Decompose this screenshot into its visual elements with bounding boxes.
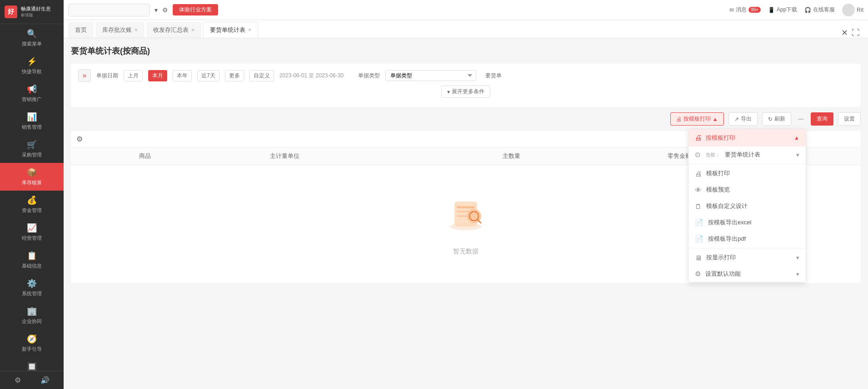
date-7days-btn[interactable]: 近7天 (197, 70, 219, 81)
export-excel-icon: 📄 (695, 218, 703, 227)
sidebar-item-apps[interactable]: 🔲 应用中心 (0, 357, 64, 371)
sidebar-label-search: 搜索菜单 (22, 40, 42, 47)
dropdown-export-pdf[interactable]: 📄 按模板导出pdf (688, 231, 806, 247)
sidebar: 好 畅康通好生意 标准版 🔍 搜索菜单 ⚡ 快捷导航 📢 营销推广 📊 销售管理… (0, 0, 64, 389)
headset-icon: 🎧 (804, 7, 811, 13)
settings-bottom-icon[interactable]: ⚙ (15, 376, 21, 384)
export-excel-label: 按模板导出excel (708, 218, 751, 227)
message-icon: ✉ (729, 7, 734, 13)
tab-inventory-batch-close[interactable]: × (135, 27, 138, 33)
type-select[interactable]: 单据类型 (385, 70, 476, 81)
sidebar-item-search[interactable]: 🔍 搜索菜单 (0, 24, 64, 52)
messages-button[interactable]: ✉ 消息 99+ (729, 6, 761, 14)
tab-order-stats[interactable]: 要货单统计表 × (203, 22, 258, 38)
quick-nav-icon: ⚡ (27, 56, 37, 66)
tab-inventory-batch[interactable]: 库存批次账 × (95, 22, 145, 38)
tab-receipt-summary-close[interactable]: × (191, 27, 195, 33)
dropdown-current-prefix: 当前： (705, 152, 720, 158)
dropdown-template-design[interactable]: 🗒 模板自定义设计 (688, 198, 806, 214)
tab-bar: 首页 库存批次账 × 收发存汇总表 × 要货单统计表 × ✕ ⛶ (64, 20, 868, 38)
sidebar-item-marketing[interactable]: 📢 营销推广 (0, 80, 64, 107)
sidebar-item-inventory[interactable]: 📦 库存核算 (0, 163, 64, 191)
set-default-icon: ⚙ (695, 270, 701, 278)
dropdown-collapse-icon[interactable]: ▲ (794, 135, 799, 141)
topbar-gear-icon[interactable]: ⚙ (162, 6, 168, 14)
date-custom-btn[interactable]: 自定义 (249, 70, 274, 81)
sidebar-item-operations[interactable]: 📈 经营管理 (0, 218, 64, 246)
date-last-month-btn[interactable]: 上月 (124, 70, 143, 81)
template-print-icon: 🖨 (695, 170, 702, 177)
sidebar-item-basic[interactable]: 📋 基础信息 (0, 246, 64, 274)
set-default-chevron: ▾ (796, 271, 799, 278)
empty-illustration (443, 192, 489, 242)
tab-inventory-batch-label: 库存批次账 (102, 26, 132, 34)
user-avatar-area[interactable]: Rit (842, 4, 863, 16)
sidebar-item-sales[interactable]: 📊 销售管理 (0, 107, 64, 135)
tab-expand-area: ✕ ⛶ (841, 28, 863, 38)
tab-close-all-button[interactable]: ✕ (841, 28, 848, 38)
tab-maximize-button[interactable]: ⛶ (852, 28, 860, 38)
sidebar-item-quick-nav[interactable]: ⚡ 快捷导航 (0, 52, 64, 80)
sidebar-item-guide[interactable]: 🧭 新手引导 (0, 329, 64, 357)
sidebar-label-marketing: 营销推广 (22, 96, 42, 103)
app-download-button[interactable]: 📱 App下载 (768, 6, 797, 14)
search-icon: 🔍 (27, 29, 37, 39)
sales-icon: 📊 (27, 112, 37, 122)
topbar-right: ✉ 消息 99+ 📱 App下载 🎧 在线客服 Rit (729, 4, 863, 16)
dropdown-display-print[interactable]: 🖥 按显示打印 ▾ (688, 249, 806, 266)
dropdown-set-default[interactable]: ⚙ 设置默认功能 ▾ (688, 266, 806, 282)
dropdown-current-value: 要货单统计表 (725, 151, 760, 159)
table-col-unit: 主计量单位 (264, 147, 497, 165)
dropdown-current-chevron: ▾ (796, 152, 799, 158)
date-this-month-btn[interactable]: 本月 (148, 70, 167, 81)
dropdown-current-item[interactable]: ⊙ 当前： 要货单统计表 ▾ (688, 147, 806, 163)
svg-rect-2 (457, 206, 475, 208)
basic-icon: 📋 (27, 251, 37, 261)
print-template-button[interactable]: 🖨 按模板打印 ▲ (670, 112, 724, 126)
topbar: ▾ ⚙ 体验行业方案 ✉ 消息 99+ 📱 App下载 🎧 在线客服 Rit (64, 0, 868, 20)
export-pdf-icon: 📄 (695, 235, 703, 243)
refresh-button[interactable]: ↻ 刷新 (762, 112, 791, 126)
display-print-chevron: ▾ (796, 254, 799, 261)
tab-order-stats-close[interactable]: × (248, 27, 251, 33)
set-default-label: 设置默认功能 (705, 270, 741, 278)
template-preview-icon: 👁 (695, 186, 702, 194)
date-this-year-btn[interactable]: 本年 (173, 70, 192, 81)
trial-button[interactable]: 体验行业方案 (173, 4, 218, 15)
settings-button[interactable]: 设置 (838, 112, 861, 126)
export-button[interactable]: ↗ 导出 (728, 112, 758, 126)
sidebar-label-guide: 新手引导 (22, 346, 42, 353)
tab-home[interactable]: 首页 (68, 22, 94, 38)
filter-row-2: ▾ 展开更多条件 (78, 86, 853, 98)
online-service-button[interactable]: 🎧 在线客服 (804, 6, 835, 14)
sidebar-item-system[interactable]: ⚙️ 系统管理 (0, 274, 64, 302)
dropdown-export-excel[interactable]: 📄 按模板导出excel (688, 214, 806, 231)
display-print-left: 🖥 按显示打印 (695, 253, 736, 262)
tab-receipt-summary[interactable]: 收发存汇总表 × (146, 22, 201, 38)
date-more-btn[interactable]: 更多 (225, 70, 244, 81)
dropdown-template-print[interactable]: 🖨 模板打印 (688, 165, 806, 182)
sidebar-item-purchase[interactable]: 🛒 采购管理 (0, 135, 64, 163)
topbar-dropdown-icon[interactable]: ▾ (155, 6, 158, 14)
query-button[interactable]: 查询 (811, 112, 833, 126)
dropdown-header-left: 🖨 按模板打印 (695, 134, 735, 142)
more-options-button[interactable]: ··· (796, 113, 806, 126)
filter-expand-button[interactable]: » (78, 69, 91, 82)
sidebar-label-sales: 销售管理 (22, 124, 42, 131)
query-label: 查询 (817, 115, 828, 123)
dropdown-template-preview[interactable]: 👁 模板预览 (688, 182, 806, 198)
dropdown-header[interactable]: 🖨 按模板打印 ▲ (688, 129, 806, 147)
sound-bottom-icon[interactable]: 🔊 (40, 376, 50, 384)
expand-more-label: 展开更多条件 (452, 88, 484, 96)
sidebar-logo: 好 畅康通好生意 标准版 (0, 0, 64, 24)
expand-more-button[interactable]: ▾ 展开更多条件 (441, 86, 490, 98)
sidebar-item-enterprise[interactable]: 🏢 企业协同 (0, 302, 64, 329)
app-download-label: App下载 (777, 6, 797, 14)
filter-bar: » 单据日期 上月 本月 本年 近7天 更多 自定义 2023-06-01 至 … (71, 64, 861, 107)
page-title: 要货单统计表(按商品) (71, 45, 861, 56)
sidebar-item-finance[interactable]: 💰 资金管理 (0, 191, 64, 218)
filter-row-1: » 单据日期 上月 本月 本年 近7天 更多 自定义 2023-06-01 至 … (78, 69, 853, 82)
topbar-search-input[interactable] (68, 4, 150, 16)
template-design-label: 模板自定义设计 (706, 202, 748, 210)
table-column-settings-icon[interactable]: ⚙ (76, 135, 83, 143)
